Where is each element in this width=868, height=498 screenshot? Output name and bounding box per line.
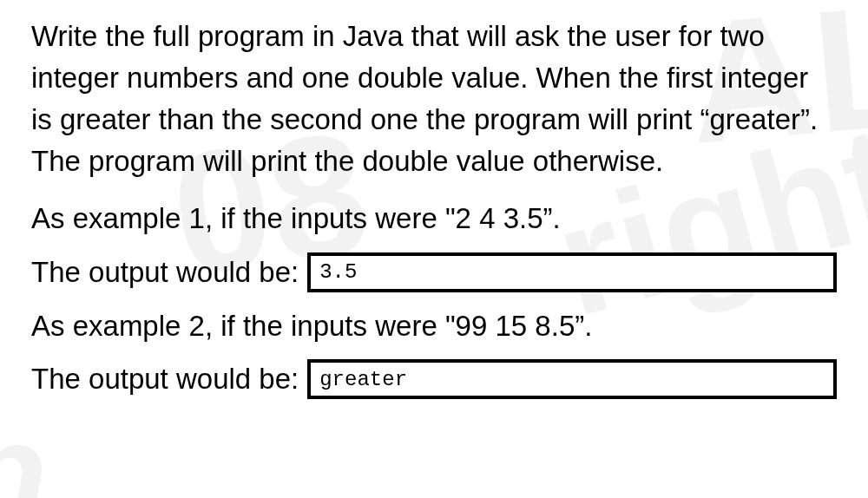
example-2-intro: As example 2, if the inputs were "99 15 … (31, 305, 837, 348)
output-box-2: greater (307, 359, 837, 399)
output-label: The output would be: (31, 363, 299, 396)
output-box-1: 3.5 (307, 252, 837, 292)
output-label: The output would be: (31, 256, 299, 289)
example-2-output-row: The output would be: greater (31, 359, 837, 399)
example-1-intro: As example 1, if the inputs were "2 4 3.… (31, 197, 837, 240)
example-1-output-row: The output would be: 3.5 (31, 252, 837, 292)
problem-content: Write the full program in Java that will… (0, 0, 868, 427)
problem-description: Write the full program in Java that will… (31, 16, 837, 181)
